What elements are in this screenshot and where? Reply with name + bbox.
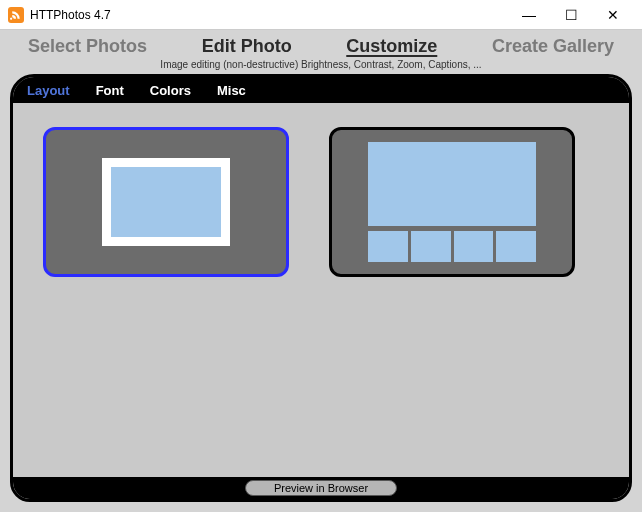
subnav: Layout Font Colors Misc [13, 77, 629, 103]
titlebar: HTTPhotos 4.7 — ☐ ✕ [0, 0, 642, 30]
layout-strip-thumb [454, 231, 494, 262]
layout-thumb-frame [102, 158, 230, 246]
minimize-button[interactable]: — [508, 1, 550, 29]
layout-options [13, 103, 629, 301]
tab-customize[interactable]: Customize [344, 36, 439, 57]
layout-thumb-inner [111, 167, 221, 237]
tab-create-gallery[interactable]: Create Gallery [490, 36, 616, 57]
top-tabs: Select Photos Edit Photo Customize Creat… [6, 34, 636, 57]
app-body: Select Photos Edit Photo Customize Creat… [0, 30, 642, 512]
subnav-layout[interactable]: Layout [27, 83, 70, 98]
layout-strip-thumb [411, 231, 451, 262]
window-controls: — ☐ ✕ [508, 1, 634, 29]
layout-strip-thumbs [368, 228, 536, 262]
preview-button[interactable]: Preview in Browser [245, 480, 397, 496]
layout-option-single[interactable] [43, 127, 289, 277]
tab-edit-photo[interactable]: Edit Photo [200, 36, 294, 57]
subnav-font[interactable]: Font [96, 83, 124, 98]
subnav-colors[interactable]: Colors [150, 83, 191, 98]
layout-option-strip[interactable] [329, 127, 575, 277]
tab-select-photos[interactable]: Select Photos [26, 36, 149, 57]
close-button[interactable]: ✕ [592, 1, 634, 29]
main-panel: Layout Font Colors Misc [10, 74, 632, 502]
window-title: HTTPhotos 4.7 [30, 8, 508, 22]
subnav-misc[interactable]: Misc [217, 83, 246, 98]
app-icon [8, 7, 24, 23]
bottom-bar: Preview in Browser [13, 477, 629, 499]
layout-strip-main [368, 142, 536, 228]
layout-strip-thumb [368, 231, 408, 262]
layout-strip-inner [368, 142, 536, 262]
layout-strip-thumb [496, 231, 536, 262]
maximize-button[interactable]: ☐ [550, 1, 592, 29]
hint-text: Image editing (non-destructive) Brightne… [6, 59, 636, 70]
